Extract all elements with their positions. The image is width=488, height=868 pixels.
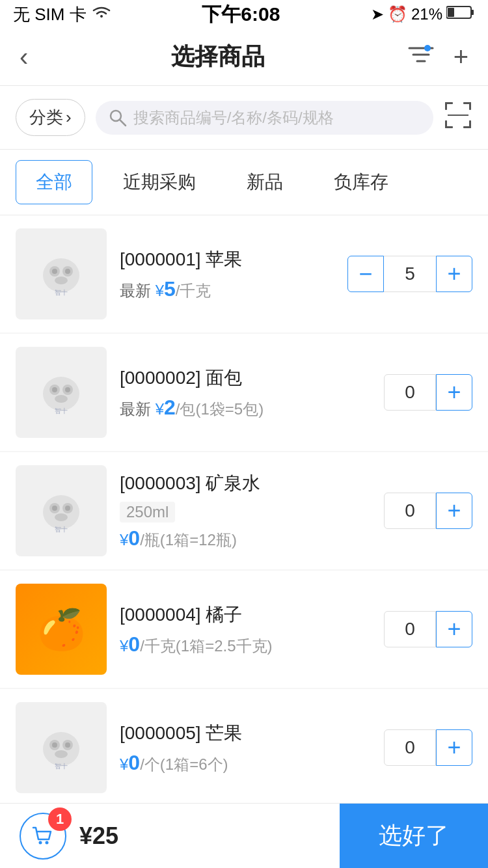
confirm-button[interactable]: 选好了 — [340, 804, 488, 868]
search-placeholder: 搜索商品编号/名称/条码/规格 — [133, 107, 334, 128]
qty-plus-button[interactable]: + — [436, 374, 472, 411]
status-time: 下午6:08 — [202, 1, 280, 28]
svg-text:智十: 智十 — [55, 763, 68, 770]
product-name: [0000003] 矿泉水 — [120, 471, 371, 496]
product-name: [0000004] 橘子 — [120, 603, 371, 627]
product-item: 智十 [0000005] 芒果 ¥0/个(1箱=6个) + — [0, 689, 488, 806]
product-item: 🍊 [0000004] 橘子 ¥0/千克(1箱=2.5千克) + — [0, 571, 488, 688]
sim-status: 无 SIM 卡 — [13, 3, 87, 26]
category-chevron: › — [66, 107, 72, 128]
svg-point-6 — [424, 45, 431, 51]
qty-minus-button[interactable]: − — [347, 256, 384, 292]
product-info: [0000003] 矿泉水 250ml ¥0/瓶(1箱=12瓶) — [120, 471, 371, 550]
svg-line-8 — [120, 120, 126, 126]
status-left: 无 SIM 卡 — [13, 3, 111, 26]
product-name: [0000002] 面包 — [120, 366, 371, 390]
svg-text:智十: 智十 — [55, 526, 68, 533]
back-button[interactable]: ‹ — [20, 42, 28, 72]
svg-point-28 — [52, 387, 57, 392]
status-bar: 无 SIM 卡 下午6:08 ➤ ⏰ 21% — [0, 0, 488, 29]
svg-rect-10 — [445, 102, 447, 110]
product-name: [0000001] 苹果 — [120, 247, 334, 272]
tab-recent[interactable]: 近期采购 — [103, 160, 216, 204]
placeholder-owl-icon: 智十 — [35, 485, 87, 537]
scan-icon[interactable] — [444, 101, 472, 134]
svg-point-60 — [39, 841, 42, 844]
svg-point-39 — [43, 732, 79, 766]
svg-rect-12 — [469, 102, 471, 110]
product-price: 最新 ¥2/包(1袋=5包) — [120, 396, 371, 420]
qty-plus-button[interactable]: + — [436, 729, 472, 766]
tab-negative[interactable]: 负库存 — [314, 160, 409, 204]
tab-all[interactable]: 全部 — [16, 160, 92, 204]
qty-input[interactable] — [384, 611, 436, 647]
svg-point-37 — [55, 513, 68, 521]
product-price: 最新 ¥5/千克 — [120, 277, 334, 301]
tab-row: 全部 近期采购 新品 负库存 — [0, 150, 488, 215]
qty-input[interactable] — [384, 374, 436, 411]
tab-new[interactable]: 新品 — [226, 160, 303, 204]
product-image: 智十 — [16, 228, 107, 319]
product-info: [0000001] 苹果 最新 ¥5/千克 — [120, 247, 334, 301]
alarm-icon: ⏰ — [388, 5, 407, 23]
category-button[interactable]: 分类 › — [16, 99, 85, 136]
location-icon: ➤ — [371, 5, 384, 23]
qty-plus-button[interactable]: + — [436, 493, 472, 529]
add-icon[interactable]: + — [454, 42, 468, 72]
placeholder-owl-icon: 智十 — [35, 366, 87, 418]
qty-input[interactable] — [384, 256, 436, 292]
product-info: [0000002] 面包 最新 ¥2/包(1袋=5包) — [120, 366, 371, 420]
svg-point-29 — [65, 387, 70, 392]
svg-text:智十: 智十 — [55, 407, 68, 414]
search-icon — [109, 109, 127, 127]
qty-control: + — [384, 374, 472, 411]
nav-bar: ‹ 选择商品 + — [0, 29, 488, 86]
qty-control: + — [384, 729, 472, 766]
battery-level: 21% — [411, 5, 442, 23]
svg-point-42 — [52, 742, 57, 748]
product-price: ¥0/千克(1箱=2.5千克) — [120, 632, 371, 657]
qty-input[interactable] — [384, 729, 436, 766]
svg-point-22 — [65, 269, 70, 274]
svg-rect-1 — [471, 10, 474, 15]
wifi-icon — [92, 5, 111, 25]
product-list: 智十 [0000001] 苹果 最新 ¥5/千克 − + 智十 — [0, 215, 488, 868]
svg-rect-16 — [469, 120, 471, 128]
bottom-bar: 1 ¥25 选好了 — [0, 803, 488, 868]
product-item: 智十 [0000001] 苹果 最新 ¥5/千克 − + — [0, 215, 488, 332]
qty-plus-button[interactable]: + — [436, 611, 472, 647]
placeholder-owl-icon: 智十 — [35, 722, 87, 774]
product-image: 智十 — [16, 347, 107, 438]
cart-badge: 1 — [48, 807, 72, 831]
qty-input[interactable] — [384, 493, 436, 529]
filter-icon[interactable] — [408, 43, 434, 71]
product-image: 智十 — [16, 465, 107, 556]
search-bar[interactable]: 搜索商品编号/名称/条码/规格 — [96, 101, 433, 135]
product-spec: 250ml — [120, 502, 175, 522]
svg-point-32 — [43, 495, 79, 529]
svg-point-61 — [46, 841, 49, 844]
product-price: ¥0/瓶(1箱=12瓶) — [120, 526, 371, 550]
svg-point-30 — [55, 395, 68, 403]
cart-total: ¥25 — [79, 822, 118, 850]
qty-control: − + — [347, 256, 472, 292]
product-info: [0000005] 芒果 ¥0/个(1箱=6个) — [120, 721, 371, 775]
svg-point-21 — [52, 269, 57, 274]
svg-point-18 — [43, 258, 79, 292]
product-image-orange: 🍊 — [16, 584, 107, 675]
cart-section: 1 ¥25 — [0, 813, 340, 860]
cart-icon[interactable]: 1 — [20, 813, 66, 860]
product-item: 智十 [0000003] 矿泉水 250ml ¥0/瓶(1箱=12瓶) + — [0, 452, 488, 569]
status-right: ➤ ⏰ 21% — [371, 5, 475, 23]
product-price: ¥0/个(1箱=6个) — [120, 751, 371, 775]
qty-control: + — [384, 611, 472, 647]
nav-icons: + — [408, 42, 468, 72]
svg-point-35 — [52, 506, 57, 511]
category-label: 分类 — [29, 106, 63, 129]
svg-point-23 — [55, 277, 68, 284]
product-item: 智十 [0000002] 面包 最新 ¥2/包(1袋=5包) + — [0, 334, 488, 451]
qty-plus-button[interactable]: + — [436, 256, 472, 292]
placeholder-owl-icon: 智十 — [35, 248, 87, 300]
svg-point-44 — [55, 750, 68, 758]
svg-text:智十: 智十 — [55, 289, 68, 296]
